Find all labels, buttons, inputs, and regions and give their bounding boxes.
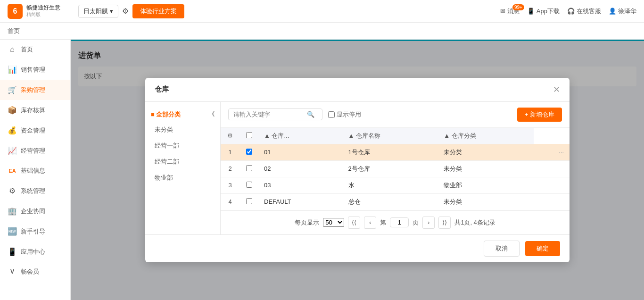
first-page-button[interactable]: ⟨⟨ xyxy=(348,217,360,229)
sidebar-item-purchase[interactable]: 🛒 采购管理 xyxy=(0,80,70,100)
modal-cat-unclassified[interactable]: 未分类 xyxy=(145,122,220,138)
main-layout: ⌂ 首页 📊 销售管理 🛒 采购管理 📦 库存核算 💰 资金管理 📈 经营管理 … xyxy=(0,40,644,300)
td-row-name: 水 xyxy=(343,177,438,193)
try-industry-button[interactable]: 体验行业方案 xyxy=(132,4,184,18)
prev-page-button[interactable]: ‹ xyxy=(364,217,376,229)
user-item[interactable]: 👤 徐泽华 xyxy=(609,7,636,16)
modal-title: 仓库 xyxy=(155,85,169,94)
td-row-category: 未分类 xyxy=(438,193,534,210)
page-suffix: 页 xyxy=(413,218,419,227)
store-name: 日太阳膜 xyxy=(83,7,108,16)
header-middle: 日太阳膜 ▾ ⚙ 体验行业方案 xyxy=(78,4,500,18)
app-download-item[interactable]: 📱 App下载 xyxy=(527,7,560,16)
sidebar-item-company[interactable]: 🏢 企业协同 xyxy=(0,201,70,221)
td-row-name: 2号仓库 xyxy=(343,160,438,177)
collapse-icon[interactable]: 《 xyxy=(209,110,215,118)
modal-cat-property[interactable]: 物业部 xyxy=(145,170,220,186)
modal-toolbar: 🔍 显示停用 + 新增仓库 xyxy=(221,102,570,128)
last-page-button[interactable]: ⟩⟩ xyxy=(438,217,451,229)
show-disabled-label[interactable]: 显示停用 xyxy=(328,110,361,119)
search-input[interactable] xyxy=(233,111,304,118)
modal-cat-ops2[interactable]: 经营二部 xyxy=(145,154,220,170)
store-selector[interactable]: 日太阳膜 ▾ xyxy=(78,5,118,18)
modal-close-button[interactable]: ✕ xyxy=(553,84,560,95)
td-row-category: 未分类 xyxy=(438,144,534,160)
per-page-select[interactable]: 50 100 xyxy=(323,218,344,227)
sidebar-item-system[interactable]: ⚙ 系统管理 xyxy=(0,181,70,201)
sidebar-item-inventory[interactable]: 📦 库存核算 xyxy=(0,100,70,120)
online-service-item[interactable]: 🎧 在线客服 xyxy=(567,7,601,16)
th-checkbox xyxy=(239,128,258,144)
gear-icon[interactable]: ⚙ xyxy=(122,7,129,16)
top-header: 6 畅捷通好生意 精简版 日太阳膜 ▾ ⚙ 体验行业方案 ✉ 消息 99+ 📱 … xyxy=(0,0,644,23)
purchase-icon: 🛒 xyxy=(8,85,17,94)
breadcrumb-home[interactable]: 首页 xyxy=(8,27,20,35)
td-row-name: 总仓 xyxy=(343,193,438,210)
td-row-check[interactable] xyxy=(239,144,258,160)
modal-sidebar: ■ 全部分类 《 未分类 经营一部 经营二部 物业部 xyxy=(145,102,221,234)
app-name: 畅捷通好生意 xyxy=(26,4,60,12)
sidebar-label-system: 系统管理 xyxy=(21,187,45,195)
table-row[interactable]: 4 DEFAULT 总仓 未分类 xyxy=(221,193,570,210)
inventory-icon: 📦 xyxy=(8,106,17,115)
sidebar-label-home: 首页 xyxy=(21,45,33,54)
sidebar-item-home[interactable]: ⌂ 首页 xyxy=(0,40,70,59)
td-row-check[interactable] xyxy=(239,193,258,210)
sidebar-item-finance[interactable]: 💰 资金管理 xyxy=(0,120,70,141)
finance-icon: 💰 xyxy=(8,126,17,135)
user-avatar: 👤 xyxy=(609,8,616,15)
th-name: ▲ 仓库名称 xyxy=(343,128,438,144)
sidebar-item-basic[interactable]: EA 基础信息 xyxy=(0,161,70,181)
app-sub: 精简版 xyxy=(26,11,60,18)
sidebar-item-operation[interactable]: 📈 经营管理 xyxy=(0,141,70,161)
sidebar-label-sales: 销售管理 xyxy=(21,66,45,74)
modal-pagination: 每页显示 50 100 ⟨⟨ ‹ 第 页 › ⟩⟩ xyxy=(221,210,570,234)
sidebar-item-guide[interactable]: 🆕 新手引导 xyxy=(0,221,70,242)
sidebar-label-inventory: 库存核算 xyxy=(21,106,45,115)
all-categories-label[interactable]: ■ 全部分类 xyxy=(151,110,181,119)
td-row-check[interactable] xyxy=(239,177,258,193)
sidebar-label-basic: 基础信息 xyxy=(21,167,45,175)
headset-icon: 🎧 xyxy=(567,8,575,15)
username-label: 徐泽华 xyxy=(618,7,636,16)
td-row-num: 1 xyxy=(221,144,239,160)
phone-icon: 📱 xyxy=(527,8,535,15)
modal-cat-ops1[interactable]: 经营一部 xyxy=(145,138,220,154)
select-all-checkbox[interactable] xyxy=(246,132,252,138)
messages-item[interactable]: ✉ 消息 99+ xyxy=(500,7,520,16)
sidebar-item-sales[interactable]: 📊 销售管理 xyxy=(0,59,70,80)
header-right: ✉ 消息 99+ 📱 App下载 🎧 在线客服 👤 徐泽华 xyxy=(500,7,636,16)
confirm-button[interactable]: 确定 xyxy=(525,241,560,256)
basic-icon: EA xyxy=(8,168,17,174)
sidebar-item-member[interactable]: V 畅会员 xyxy=(0,262,70,282)
add-warehouse-button[interactable]: + 新增仓库 xyxy=(517,108,562,122)
table-row[interactable]: 1 01 1号仓库 未分类 ··· xyxy=(221,144,570,160)
modal-body: ■ 全部分类 《 未分类 经营一部 经营二部 物业部 xyxy=(145,102,570,234)
td-row-category: 未分类 xyxy=(438,160,534,177)
cancel-button[interactable]: 取消 xyxy=(484,241,520,257)
search-input-wrap: 🔍 xyxy=(228,108,322,120)
sales-icon: 📊 xyxy=(8,65,17,74)
sidebar: ⌂ 首页 📊 销售管理 🛒 采购管理 📦 库存核算 💰 资金管理 📈 经营管理 … xyxy=(0,40,71,300)
td-row-num: 2 xyxy=(221,160,239,177)
sidebar-item-apps[interactable]: 📱 应用中心 xyxy=(0,242,70,262)
warehouse-table: ⚙ ▲ 仓库... ▲ 仓库名称 xyxy=(221,128,570,210)
content-area: 进货单 按以下 仓库 ✕ ■ 全部分类 《 xyxy=(71,40,644,300)
td-row-code: 02 xyxy=(258,160,343,177)
td-row-name: 1号仓库 xyxy=(343,144,438,160)
sidebar-label-member: 畅会员 xyxy=(21,267,39,276)
message-badge: 99+ xyxy=(512,4,524,10)
table-row[interactable]: 2 02 2号仓库 未分类 xyxy=(221,160,570,177)
th-settings: ⚙ xyxy=(221,128,239,144)
td-row-actions[interactable]: ··· xyxy=(534,144,570,160)
page-input[interactable] xyxy=(390,217,409,227)
page-label: 第 xyxy=(380,218,386,227)
table-row[interactable]: 3 03 水 物业部 xyxy=(221,177,570,193)
show-disabled-checkbox[interactable] xyxy=(328,111,335,118)
td-row-num: 3 xyxy=(221,177,239,193)
td-row-code: 01 xyxy=(258,144,343,160)
next-page-button[interactable]: › xyxy=(422,217,435,229)
sidebar-label-company: 企业协同 xyxy=(21,207,45,216)
td-row-check[interactable] xyxy=(239,160,258,177)
apps-icon: 📱 xyxy=(8,247,17,256)
